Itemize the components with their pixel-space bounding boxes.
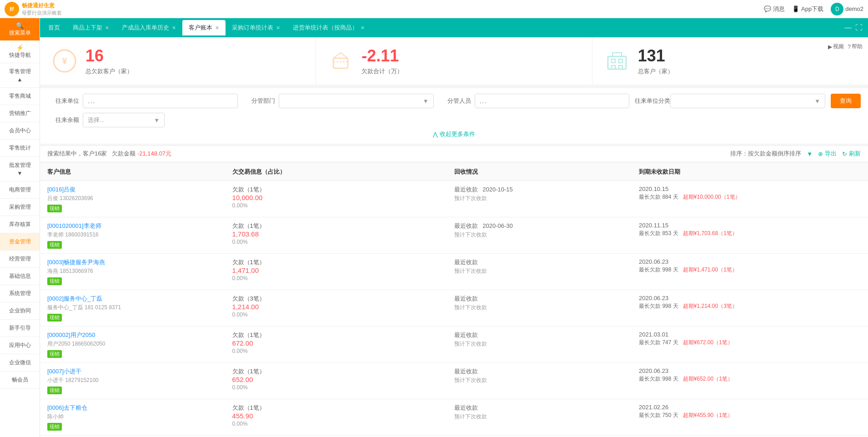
message-btn[interactable]: 💬 消息 — [764, 5, 785, 13]
video-btn[interactable]: ▶ 视频 — [828, 43, 844, 50]
customer-name-link[interactable]: [000002]用户2050 — [47, 332, 95, 338]
tab-product-history-close[interactable]: ✕ — [172, 25, 176, 31]
debt-count: 欠款（1笔） — [232, 404, 454, 412]
sidebar-item-retail-stats[interactable]: 零售统计 — [0, 140, 40, 157]
tab-purchase-order-label: 采购订单统计表 — [232, 24, 273, 32]
sidebar-item-finance[interactable]: 资金管理 — [0, 233, 40, 251]
debt-amount[interactable]: 10,000.00 — [232, 194, 454, 201]
app-download-btn[interactable]: 📱 App下载 — [792, 5, 823, 13]
sidebar-item-marketing[interactable]: 营销推广 — [0, 105, 40, 122]
page-content: ¥ 16 总欠款客户（家） — [40, 37, 868, 437]
sidebar-item-batch-mgmt[interactable]: 批发管理 ▼ — [0, 157, 40, 181]
sidebar-item-ecommerce[interactable]: 电商管理 — [0, 181, 40, 199]
overdue-link[interactable]: 超期¥672.00（1笔） — [683, 339, 733, 346]
overdue-link[interactable]: 超期¥1,471.00（1笔） — [683, 266, 738, 273]
sidebar-item-app-center[interactable]: 应用中心 — [0, 337, 40, 354]
sidebar-item-search-menu[interactable]: 🔍 搜索菜单 — [0, 18, 40, 40]
sidebar-item-operations[interactable]: 经营管理 — [0, 251, 40, 268]
member-label: 会员中心 — [9, 127, 31, 135]
sidebar-item-enterprise-collab[interactable]: 企业协同 — [0, 302, 40, 320]
tab-maximize-btn[interactable]: ⛶ — [855, 24, 863, 32]
overdue-link[interactable]: 超期¥1,214.00（3笔） — [683, 303, 738, 309]
tab-purchase-order-close[interactable]: ✕ — [276, 25, 280, 31]
retail-mgmt-label: 零售管理 — [9, 68, 31, 75]
tab-customer-account-close[interactable]: ✕ — [215, 25, 219, 31]
sidebar-item-inventory[interactable]: 库存核算 — [0, 216, 40, 233]
filter-person: 分管人员 ... — [439, 94, 630, 108]
sidebar-item-retail-mall[interactable]: 零售商城 — [0, 88, 40, 105]
help-icon: ? — [848, 44, 851, 50]
customer-name-link[interactable]: [0002]服务中心_丁磊 — [47, 295, 102, 302]
debt-amount[interactable]: 1,703.68 — [232, 230, 454, 238]
debt-amount[interactable]: 1,471.00 — [232, 266, 454, 274]
overdue-cell: 2020.11.15 最长欠款 853 天 超期¥1,703.68（1笔） — [639, 222, 861, 237]
overdue-cell: 2021.02.26 最长欠款 750 天 超期¥455.90（1笔） — [639, 404, 861, 419]
newbie-label: 新手引导 — [9, 324, 31, 332]
customer-input[interactable]: ... — [83, 94, 238, 108]
debt-amount[interactable]: 1,214.00 — [232, 303, 454, 311]
tab-import-stats[interactable]: 进货单统计表（按商品） ✕ — [286, 20, 371, 35]
help-btn[interactable]: ? 帮助 — [848, 43, 863, 50]
query-button[interactable]: 查询 — [831, 94, 861, 108]
tab-customer-account[interactable]: 客户账本 ✕ — [182, 20, 226, 35]
customer-name-link[interactable]: [0003]畅捷服务尹海燕 — [47, 259, 105, 266]
overdue-date: 2021.03.01 — [639, 331, 861, 338]
category-select[interactable]: ▼ — [670, 94, 825, 108]
dept-select[interactable]: ▼ — [279, 94, 434, 108]
overdue-link[interactable]: 超期¥455.90（1笔） — [683, 412, 733, 418]
customer-info-cell: [000002]用户2050 用户2050 18665062050 现销 — [47, 331, 232, 358]
sidebar-item-enterprise-wechat[interactable]: 企业微信 — [0, 354, 40, 372]
stat-label-customers: 总欠款客户（家） — [85, 67, 305, 75]
video-icon: ▶ — [828, 44, 832, 50]
table-row: [000002]用户2050 用户2050 18665062050 现销 欠款（… — [40, 326, 868, 363]
user-area[interactable]: D demo2 — [831, 3, 863, 15]
overdue-link[interactable]: 超期¥1,703.68（1笔） — [683, 230, 738, 236]
filter-row-1: 往来单位 ... 分管部门 ▼ — [47, 94, 861, 108]
balance-select[interactable]: 选择... ▼ — [83, 113, 165, 127]
debt-info-cell: 欠款（1笔） 652.00 0.00% — [232, 367, 454, 391]
debt-amount[interactable]: 652.00 — [232, 376, 454, 383]
filter-customer: 往来单位 ... — [47, 94, 238, 108]
debt-amount[interactable]: 672.00 — [232, 339, 454, 347]
tab-product-offshelf-label: 商品上下架 — [73, 24, 102, 32]
refresh-btn[interactable]: ↻ 刷新 — [842, 150, 861, 158]
tab-product-offshelf[interactable]: 商品上下架 ✕ — [66, 20, 115, 35]
export-btn[interactable]: ⊕ 导出 — [818, 150, 837, 158]
sidebar-item-member[interactable]: 会员中心 — [0, 122, 40, 140]
overdue-link[interactable]: 超期¥652.00（1笔） — [683, 376, 733, 382]
table-row: [0001020001]李老师 李老师 18600391516 现销 欠款（1笔… — [40, 217, 868, 254]
username: demo2 — [845, 5, 863, 12]
debt-count: 欠款（1笔） — [232, 367, 454, 376]
customer-name-link[interactable]: [0007]小进干 — [47, 368, 81, 375]
customer-name-link[interactable]: [0006]去下粮仓 — [47, 404, 87, 411]
sidebar-item-retail-mgmt[interactable]: 零售管理 ▲ — [0, 63, 40, 88]
tab-purchase-order[interactable]: 采购订单统计表 ✕ — [226, 20, 286, 35]
sidebar-item-system[interactable]: 系统管理 — [0, 285, 40, 302]
sidebar-item-basic-info[interactable]: 基础信息 — [0, 268, 40, 285]
tab-import-stats-label: 进货单统计表（按商品） — [293, 24, 358, 32]
sidebar-item-quick-nav[interactable]: ⚡ 快捷导航 — [0, 40, 40, 63]
stat-card-actions: ▶ 视频 ? 帮助 — [828, 43, 863, 50]
customer-name-link[interactable]: [0016]吕俊 — [47, 186, 75, 193]
payback-cell: 最近收款 预计下次收款 — [454, 367, 639, 384]
debt-info-cell: 欠款（1笔） 455.90 0.00% — [232, 404, 454, 427]
person-input[interactable]: ... — [475, 94, 630, 108]
tab-product-offshelf-close[interactable]: ✕ — [105, 25, 109, 31]
sidebar-item-newbie[interactable]: 新手引导 — [0, 320, 40, 337]
payback-cell: 最近收款 2020-10-15 预计下次收款 — [454, 186, 639, 202]
overdue-link[interactable]: 超期¥10,000.00（1笔） — [683, 194, 741, 200]
batch-mgmt-label: 批发管理 — [9, 161, 31, 169]
sidebar-item-vip[interactable]: 畅会员 — [0, 372, 40, 389]
debt-amount[interactable]: 455.90 — [232, 412, 454, 420]
data-table: 客户信息 欠交易信息（占比） 回收情况 到期未收款日期 [0016]吕俊 吕俊 … — [40, 163, 868, 437]
tab-customer-account-label: 客户账本 — [189, 24, 212, 32]
customer-name-link[interactable]: [0001020001]李老师 — [47, 222, 101, 229]
customer-sub: 海燕 18513066976 — [47, 267, 232, 275]
tab-import-stats-close[interactable]: ✕ — [361, 25, 365, 31]
tab-home[interactable]: 首页 — [42, 20, 66, 35]
video-label: 视频 — [833, 43, 844, 50]
tab-product-history[interactable]: 产成品入库单历史 ✕ — [115, 20, 182, 35]
tab-minimize-btn[interactable]: — — [844, 24, 852, 32]
sidebar-item-purchase[interactable]: 采购管理 — [0, 199, 40, 216]
collapse-btn[interactable]: ⋀ 收起更多条件 — [433, 130, 475, 138]
